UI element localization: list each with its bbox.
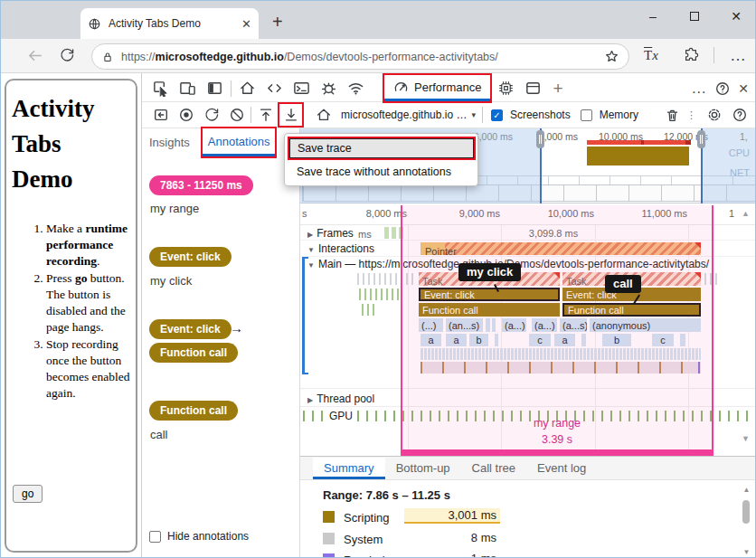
application-icon[interactable] [522, 78, 544, 99]
dense-js-frames[interactable] [421, 348, 701, 360]
tab-call-tree[interactable]: Call tree [461, 458, 526, 479]
live-metrics-icon[interactable] [149, 104, 172, 126]
js-frame-bar[interactable]: b [602, 334, 631, 346]
clear-icon[interactable] [225, 104, 248, 126]
annotation-function-badge[interactable]: Function call [149, 343, 238, 363]
back-icon[interactable] [26, 47, 43, 64]
function-call-bar-annotated[interactable]: Function call [562, 303, 701, 317]
help-icon[interactable] [728, 104, 751, 126]
range-bottom-bar[interactable] [402, 449, 712, 456]
maximize-button[interactable] [674, 1, 715, 32]
overflow-menu-icon[interactable]: ⋮ [686, 109, 696, 121]
js-frame-bar[interactable]: (an...s) [446, 318, 483, 332]
devtools-help-icon[interactable] [711, 78, 733, 99]
main-track-header[interactable]: ▼Main — https://microsoftedge.github.io/… [300, 257, 756, 271]
function-call-bar[interactable]: Function call [419, 303, 560, 317]
js-frame-bar[interactable]: (a...) [532, 318, 557, 332]
tab-performance[interactable]: Performance [384, 75, 490, 101]
thread-pool-track[interactable]: ▶Thread pool [300, 388, 756, 406]
js-frame-bar[interactable]: (anonymous) [590, 318, 701, 332]
upload-profile-icon[interactable] [254, 104, 277, 126]
origin-dropdown[interactable]: microsoftedge.github.io …▾ [337, 109, 479, 121]
expand-icon[interactable]: ▼ [307, 246, 315, 254]
js-frame-bar[interactable]: (a...s) [560, 318, 587, 332]
js-frame-bar[interactable] [495, 334, 498, 346]
tab-bottom-up[interactable]: Bottom-up [385, 458, 461, 479]
translate-icon[interactable]: Tx [644, 48, 658, 63]
selection-handle-right[interactable] [697, 130, 705, 148]
interactions-track[interactable]: ▼Interactions Pointer [300, 241, 756, 257]
welcome-home-icon[interactable] [236, 78, 259, 99]
new-tab-button[interactable]: + [272, 12, 283, 33]
annotation-function-badge[interactable]: Function call [149, 401, 238, 421]
js-frame-bar[interactable]: a [421, 334, 441, 346]
js-frame-bar[interactable] [492, 318, 496, 332]
address-bar[interactable]: https://microsoftedge.github.io/Demos/de… [91, 43, 629, 70]
home-origin-icon[interactable] [312, 104, 335, 126]
bug-debugger-icon[interactable] [317, 78, 340, 99]
annotation-event-badge[interactable]: Event: click [149, 247, 232, 267]
devtools-close-icon[interactable]: ✕ [738, 81, 749, 96]
screenshots-checkbox[interactable]: ✓ [491, 109, 503, 121]
gear-icon[interactable] [703, 104, 725, 126]
summary-scrollbar[interactable]: ▲ ▼ [742, 486, 751, 556]
go-button[interactable]: go [13, 485, 43, 503]
save-profile-icon[interactable] [279, 104, 302, 126]
js-frame-bar[interactable]: (...) [419, 318, 443, 332]
console-icon[interactable] [290, 78, 313, 99]
extensions-icon[interactable] [683, 47, 699, 63]
tab-close-icon[interactable]: ✕ [241, 17, 251, 31]
annotation-event-badge[interactable]: Event: click [149, 319, 232, 339]
expand-icon[interactable]: ▼ [307, 261, 315, 270]
scroll-down-icon[interactable]: ▼ [742, 434, 750, 443]
hide-annotations-checkbox[interactable] [149, 531, 161, 543]
close-button[interactable]: ✕ [715, 1, 756, 32]
scrollbar-down-icon[interactable]: ▼ [742, 548, 751, 556]
scroll-up-icon[interactable]: ▲ [742, 209, 750, 218]
js-frame-bar[interactable]: a [446, 334, 467, 346]
annotation-label[interactable]: my range [150, 202, 199, 215]
event-click-bar-annotated[interactable]: Event: click [419, 288, 560, 301]
more-tabs-button[interactable]: + [553, 79, 562, 99]
dock-side-icon[interactable] [203, 78, 226, 99]
memory-chip-icon[interactable] [495, 78, 517, 99]
trash-icon[interactable] [661, 104, 684, 126]
menu-item-save-without-annotations[interactable]: Save trace without annotations [297, 166, 451, 178]
elements-code-icon[interactable] [263, 78, 286, 99]
scrollbar-up-icon[interactable]: ▲ [742, 486, 751, 494]
js-frame-bar[interactable]: c [652, 334, 674, 346]
pointer-interaction-bar[interactable]: Pointer [421, 242, 701, 255]
annotation-range-badge[interactable]: 7863 - 11250 ms [149, 175, 253, 195]
device-emulation-icon[interactable] [176, 78, 199, 99]
js-frame-bar[interactable]: (a...) [502, 318, 526, 332]
js-frame-bar[interactable]: a [554, 334, 575, 346]
annotation-label[interactable]: my click [150, 274, 192, 288]
frames-track[interactable]: ▶Frames ms 3,099.8 ms [300, 225, 756, 241]
favorite-star-icon[interactable] [604, 49, 619, 64]
tab-annotations[interactable]: Annotations [203, 128, 276, 156]
scrollbar-thumb[interactable] [742, 500, 750, 524]
tab-summary[interactable]: Summary [313, 458, 385, 479]
annotation-label[interactable]: call [150, 428, 168, 441]
tab-event-log[interactable]: Event log [526, 458, 597, 479]
devtools-menu-icon[interactable]: … [691, 80, 706, 98]
collapse-icon[interactable]: ▶ [307, 231, 313, 239]
reload-record-icon[interactable] [200, 104, 222, 126]
inspect-icon[interactable] [149, 78, 172, 99]
browser-menu-icon[interactable]: … [730, 46, 746, 65]
record-icon[interactable] [175, 104, 197, 126]
collapse-icon[interactable]: ▶ [307, 396, 313, 404]
js-frame-bar[interactable] [581, 334, 586, 346]
minimize-button[interactable]: – [632, 1, 674, 32]
network-wifi-icon[interactable] [345, 78, 367, 99]
js-frame-bar[interactable]: c [529, 334, 551, 346]
js-frame-bar[interactable] [486, 318, 490, 332]
js-frame-bar[interactable]: b [469, 334, 488, 346]
gpu-track[interactable]: GPU [300, 406, 756, 424]
reload-icon[interactable] [59, 47, 75, 63]
memory-checkbox[interactable] [581, 109, 592, 121]
menu-item-save-trace[interactable]: Save trace [289, 138, 474, 158]
browser-tab[interactable]: Activity Tabs Demo ✕ [80, 8, 259, 39]
tab-insights[interactable]: Insights [149, 136, 190, 149]
js-frame-bar[interactable] [680, 334, 685, 346]
